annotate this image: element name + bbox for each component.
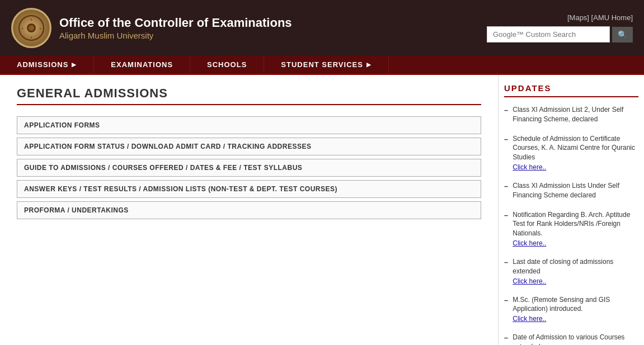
nav-arrow-admissions: ▶ xyxy=(72,62,77,68)
update-content-2: Class XI Admission Lists Under Self Fina… xyxy=(513,181,638,200)
nav-item-examinations[interactable]: EXAMINATIONS xyxy=(94,56,190,73)
svg-text:✦: ✦ xyxy=(21,27,23,30)
logo: ✦ ✦ ✦ ✦ xyxy=(11,8,51,48)
menu-item-form-status[interactable]: APPLICATION FORM STATUS / DOWNLOAD ADMIT… xyxy=(17,138,481,155)
menu-item-application-forms[interactable]: APPLICATION FORMS xyxy=(17,116,481,134)
nav-label-student-services: STUDENT SERVICES xyxy=(281,60,363,69)
search-button[interactable]: 🔍 xyxy=(612,27,633,42)
menu-item-answer-keys[interactable]: ANSWER KEYS / TEST RESULTS / ADMISSION L… xyxy=(17,180,481,198)
update-content-6: Date of Admission to various Courses ext… xyxy=(513,333,638,345)
content-area: GENERAL ADMISSIONS APPLICATION FORMS APP… xyxy=(0,75,644,345)
update-item-1: – Schedule of Admission to Certificate C… xyxy=(504,134,638,173)
page-title: GENERAL ADMISSIONS xyxy=(17,86,481,101)
search-input[interactable] xyxy=(487,26,610,42)
update-content-4: Last date of closing of admissions exten… xyxy=(513,257,638,285)
update-item-0: – Class XI Admission List 2, Under Self … xyxy=(504,105,638,126)
update-dash-5: – xyxy=(504,296,508,304)
nav-item-schools[interactable]: SCHOOLS xyxy=(190,56,264,73)
update-dash-6: – xyxy=(504,333,508,342)
title-underline xyxy=(17,104,481,105)
nav-label-schools: SCHOOLS xyxy=(207,60,247,69)
site-title: Office of the Controller of Examinations xyxy=(59,16,292,30)
update-dash-3: – xyxy=(504,211,508,219)
update-content-3: Notification Regarding B. Arch. Aptitude… xyxy=(513,210,638,247)
header-left: ✦ ✦ ✦ ✦ Office of the Controller of Exam… xyxy=(11,8,292,48)
svg-text:✦: ✦ xyxy=(30,18,32,21)
update-text-3: Notification Regarding B. Arch. Aptitude… xyxy=(513,211,630,238)
update-dash-1: – xyxy=(504,135,508,143)
update-item-2: – Class XI Admission Lists Under Self Fi… xyxy=(504,181,638,202)
main-section: GENERAL ADMISSIONS APPLICATION FORMS APP… xyxy=(0,75,499,345)
svg-point-6 xyxy=(29,25,34,31)
svg-text:✦: ✦ xyxy=(39,27,41,30)
sidebar: UPDATES – Class XI Admission List 2, Und… xyxy=(499,75,644,345)
update-text-6: Date of Admission to various Courses ext… xyxy=(513,333,624,345)
update-item-6: – Date of Admission to various Courses e… xyxy=(504,333,638,345)
update-item-3: – Notification Regarding B. Arch. Aptitu… xyxy=(504,210,638,249)
update-text-0: Class XI Admission List 2, Under Self Fi… xyxy=(513,106,623,123)
menu-item-proforma[interactable]: PROFORMA / UNDERTAKINGS xyxy=(17,201,481,219)
header: ✦ ✦ ✦ ✦ Office of the Controller of Exam… xyxy=(0,0,644,56)
nav-item-admissions[interactable]: ADMISSIONS ▶ xyxy=(0,56,94,73)
update-link-5[interactable]: Click here.. xyxy=(513,315,638,323)
search-bar: 🔍 xyxy=(487,26,633,42)
site-subtitle: Aligarh Muslim University xyxy=(59,31,292,40)
update-link-4[interactable]: Click here.. xyxy=(513,277,638,285)
logo-text: Office of the Controller of Examinations… xyxy=(59,16,292,40)
nav-arrow-student-services: ▶ xyxy=(366,62,372,68)
main-nav: ADMISSIONS ▶ EXAMINATIONS SCHOOLS STUDEN… xyxy=(0,56,644,75)
update-text-1: Schedule of Admission to Certificate Cou… xyxy=(513,135,635,162)
menu-list: APPLICATION FORMS APPLICATION FORM STATU… xyxy=(17,116,481,219)
nav-item-student-services[interactable]: STUDENT SERVICES ▶ xyxy=(264,56,389,73)
update-dash-4: – xyxy=(504,258,508,266)
update-link-3[interactable]: Click here.. xyxy=(513,239,638,247)
update-text-5: M.Sc. (Remote Sensing and GIS Applicatio… xyxy=(513,296,610,313)
update-dash-2: – xyxy=(504,182,508,190)
update-link-1[interactable]: Click here.. xyxy=(513,163,638,171)
update-content-0: Class XI Admission List 2, Under Self Fi… xyxy=(513,105,638,124)
nav-label-examinations: EXAMINATIONS xyxy=(111,60,173,69)
update-dash-0: – xyxy=(504,106,508,114)
update-text-2: Class XI Admission Lists Under Self Fina… xyxy=(513,182,619,199)
update-item-4: – Last date of closing of admissions ext… xyxy=(504,257,638,287)
update-content-5: M.Sc. (Remote Sensing and GIS Applicatio… xyxy=(513,295,638,323)
update-content-1: Schedule of Admission to Certificate Cou… xyxy=(513,134,638,171)
logo-inner: ✦ ✦ ✦ ✦ xyxy=(13,10,50,46)
update-item-5: – M.Sc. (Remote Sensing and GIS Applicat… xyxy=(504,295,638,325)
updates-title: UPDATES xyxy=(504,83,638,93)
nav-label-admissions: ADMISSIONS xyxy=(17,60,68,69)
update-text-4: Last date of closing of admissions exten… xyxy=(513,258,613,275)
updates-underline xyxy=(504,96,638,97)
menu-item-guide[interactable]: GUIDE TO ADMISSIONS / COURSES OFFERED / … xyxy=(17,159,481,177)
header-links[interactable]: [Maps] [AMU Home] xyxy=(567,13,633,22)
svg-text:✦: ✦ xyxy=(30,36,32,39)
header-right: [Maps] [AMU Home] 🔍 xyxy=(487,13,633,42)
